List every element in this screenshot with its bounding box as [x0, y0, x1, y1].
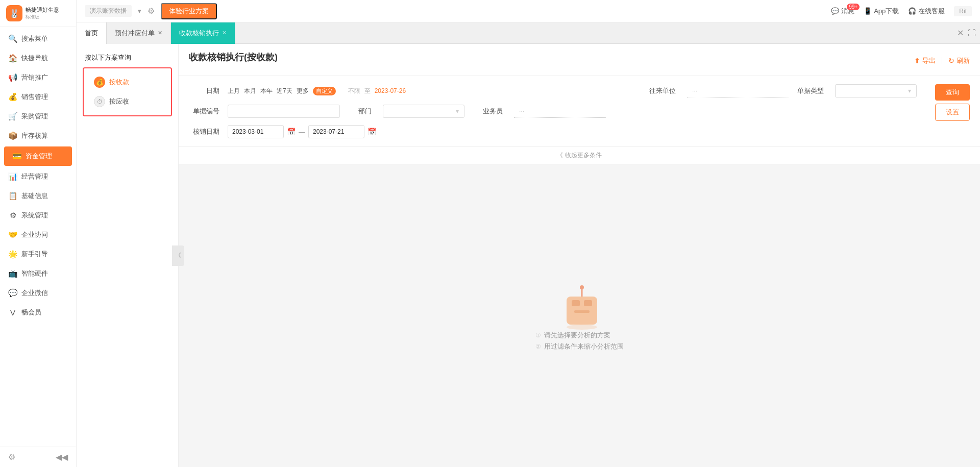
logo: 🐰 畅捷通好生意 标准版 [0, 0, 76, 27]
filter-sidebar: 按以下方案查询 💰 按收款 ⏱ 按应收 《 [77, 44, 179, 467]
sidebar-item-label: 销售管理 [21, 92, 48, 102]
date-value: 2023-07-26 [375, 87, 406, 94]
inventory-icon: 📦 [8, 131, 17, 140]
settings-icon[interactable]: ⚙ [8, 452, 15, 462]
online-service-button[interactable]: 🎧 在线客服 [908, 7, 945, 16]
to-text: 至 [364, 87, 371, 95]
verify-date-start[interactable] [228, 125, 284, 138]
toolbar-divider [942, 57, 942, 64]
topbar-gear-icon[interactable]: ⚙ [148, 6, 155, 16]
shortcut-7days[interactable]: 近7天 [277, 87, 292, 95]
company-selector[interactable]: 演示账套数据 [85, 5, 132, 17]
tab-close-receipt-verify[interactable]: ✕ [222, 30, 227, 36]
company-dropdown-icon[interactable]: ▾ [138, 7, 141, 15]
shortcut-this-year[interactable]: 本年 [260, 87, 273, 95]
tab-maximize-icon[interactable]: ⛶ [968, 29, 976, 38]
sidebar-item-label: 经营管理 [21, 172, 48, 181]
logo-icon: 🐰 [6, 5, 22, 21]
calendar-start-icon[interactable]: 📅 [287, 128, 296, 136]
doc-type-label: 单据类型 [797, 86, 824, 95]
sidebar-item-operation[interactable]: 📊 经营管理 [0, 167, 76, 186]
finance-icon: 💳 [12, 152, 21, 161]
tabbar: 首页 预付冲应付单 ✕ 收款核销执行 ✕ ✕ ⛶ [77, 22, 980, 44]
empty-state: ① 请先选择要分析的方案 ② 用过滤条件来缩小分析范围 [179, 164, 980, 467]
verify-date-end[interactable] [308, 125, 364, 138]
tip1-num: ① [535, 332, 541, 339]
sidebar-item-enterprise[interactable]: 🤝 企业协同 [0, 225, 76, 244]
tab-prepay[interactable]: 预付冲应付单 ✕ [107, 22, 171, 44]
quick-nav-icon: 🏠 [8, 54, 17, 63]
shortcut-more[interactable]: 更多 [297, 87, 309, 95]
sidebar-footer: ⚙ ◀◀ [0, 447, 76, 467]
sidebar-item-hardware[interactable]: 📺 智能硬件 [0, 264, 76, 283]
tab-close-all-icon[interactable]: ✕ [957, 28, 964, 38]
filter-collapse-button[interactable]: 《 [172, 245, 184, 266]
filter-options-box: 💰 按收款 ⏱ 按应收 [83, 67, 172, 116]
enterprise-icon: 🤝 [8, 230, 17, 239]
sidebar: 🐰 畅捷通好生意 标准版 🔍 搜索菜单 🏠 快捷导航 📢 营销推广 💰 销售管理… [0, 0, 77, 467]
sidebar-item-purchase[interactable]: 🛒 采购管理 [0, 107, 76, 126]
message-badge: 99+ [847, 4, 860, 10]
filter-by-receipt[interactable]: 💰 按收款 [86, 72, 169, 92]
sidebar-item-wechat[interactable]: 💬 企业微信 [0, 283, 76, 303]
shortcut-last-month[interactable]: 上月 [228, 87, 240, 95]
sidebar-item-label: 快捷导航 [21, 54, 48, 63]
sidebar-item-label: 采购管理 [21, 112, 48, 121]
sidebar-item-marketing[interactable]: 📢 营销推广 [0, 68, 76, 87]
empty-tip-1: 请先选择要分析的方案 [544, 331, 610, 340]
query-button[interactable]: 查询 [935, 84, 970, 101]
svg-rect-3 [574, 310, 590, 313]
tab-home[interactable]: 首页 [77, 22, 107, 44]
refresh-button[interactable]: ↻ 刷新 [948, 56, 970, 65]
form-row-2: 单据编号 部门 ▾ 业务员 ··· [189, 105, 917, 118]
doc-number-input[interactable] [228, 105, 340, 118]
dept-dropdown-icon: ▾ [456, 108, 459, 115]
logo-badge: 标准版 [26, 14, 59, 20]
topbar-right: 💬 消息 99+ 📱 App下载 🎧 在线客服 Rit [831, 6, 972, 16]
main-area: 演示账套数据 ▾ ⚙ 体验行业方案 💬 消息 99+ 📱 App下载 🎧 在线客… [77, 0, 980, 467]
collapse-more-button[interactable]: 《 收起更多条件 [557, 151, 602, 160]
custom-date-badge[interactable]: 自定义 [313, 87, 336, 95]
shortcut-this-month[interactable]: 本月 [244, 87, 256, 95]
sidebar-item-finance[interactable]: 💳 资金管理 [4, 146, 72, 166]
staff-input[interactable]: ··· [514, 105, 606, 118]
sidebar-item-guide[interactable]: 🌟 新手引导 [0, 244, 76, 264]
tip2-num: ② [535, 343, 541, 350]
sidebar-item-label: 库存核算 [21, 131, 48, 140]
sidebar-item-system[interactable]: ⚙ 系统管理 [0, 206, 76, 225]
doc-type-select[interactable]: ▾ [835, 84, 917, 97]
sidebar-item-label: 智能硬件 [21, 269, 48, 278]
filter-by-receivable[interactable]: ⏱ 按应收 [86, 92, 169, 111]
sidebar-item-quick-nav[interactable]: 🏠 快捷导航 [0, 48, 76, 68]
sidebar-item-inventory[interactable]: 📦 库存核算 [0, 126, 76, 145]
vip-icon: V [8, 308, 17, 317]
no-limit-text: 不限 [348, 87, 360, 95]
sidebar-item-base-info[interactable]: 📋 基础信息 [0, 186, 76, 206]
counterparty-input[interactable]: ··· [687, 85, 789, 97]
svg-point-6 [567, 325, 597, 330]
export-button[interactable]: ⬆ 导出 [914, 56, 936, 65]
dept-select[interactable]: ▾ [383, 105, 464, 118]
calendar-end-icon[interactable]: 📅 [368, 128, 376, 136]
filter-receipt-label: 按收款 [109, 78, 129, 87]
page-body: 按以下方案查询 💰 按收款 ⏱ 按应收 《 收款核销执行(按收款) [77, 44, 980, 467]
sidebar-item-label: 系统管理 [21, 211, 48, 220]
hardware-icon: 📺 [8, 269, 17, 278]
guide-icon: 🌟 [8, 250, 17, 259]
receipt-option-icon: 💰 [94, 77, 105, 88]
sidebar-item-search-menu[interactable]: 🔍 搜索菜单 [0, 29, 76, 48]
tab-close-prepay[interactable]: ✕ [158, 30, 162, 36]
app-download-button[interactable]: 📱 App下载 [864, 7, 899, 16]
sidebar-item-vip[interactable]: V 畅会员 [0, 303, 76, 322]
service-icon: 🎧 [908, 7, 916, 15]
receivable-option-icon: ⏱ [94, 96, 105, 107]
query-buttons: 查询 设置 [935, 84, 970, 138]
tab-receipt-verify[interactable]: 收款核销执行 ✕ [171, 22, 235, 44]
solution-button[interactable]: 体验行业方案 [161, 3, 217, 19]
sidebar-item-sales[interactable]: 💰 销售管理 [0, 87, 76, 107]
message-button[interactable]: 💬 消息 99+ [831, 7, 854, 16]
user-name[interactable]: Rit [954, 6, 972, 16]
topbar: 演示账套数据 ▾ ⚙ 体验行业方案 💬 消息 99+ 📱 App下载 🎧 在线客… [77, 0, 980, 22]
collapse-sidebar-icon[interactable]: ◀◀ [56, 452, 68, 462]
settings-button[interactable]: 设置 [935, 104, 970, 121]
